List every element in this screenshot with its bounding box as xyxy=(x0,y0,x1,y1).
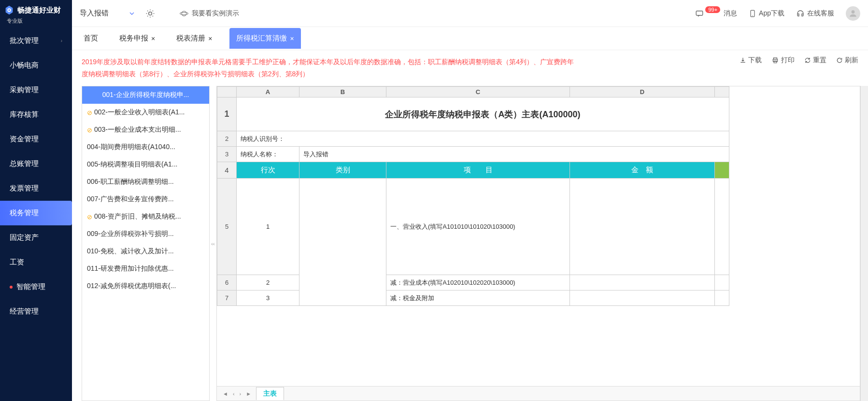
tab-tax-declare[interactable]: 税务申报× xyxy=(115,29,159,48)
sidebar-item-invoice[interactable]: 发票管理 xyxy=(0,176,72,201)
cell-extra-1[interactable] xyxy=(715,179,729,275)
download-button[interactable]: 下载 xyxy=(740,56,762,65)
cell-amount-3[interactable] xyxy=(570,290,715,306)
cell-rownum-3[interactable]: 3 xyxy=(237,290,299,306)
sheet-area: A B C D 1 企业所得税年度纳税申报表（A类）主表(A100000) xyxy=(216,86,860,401)
demo-link[interactable]: 我要看实例演示 xyxy=(179,9,239,18)
sidebar-item-intelligent[interactable]: 智能管理 xyxy=(0,275,72,299)
form-item-012[interactable]: 012-减免所得税优惠明细表(... xyxy=(82,277,209,295)
form-item-004[interactable]: 004-期间费用明细表(A1040... xyxy=(82,138,209,156)
sidebar-item-batch[interactable]: 批次管理› xyxy=(0,28,72,53)
message-button[interactable]: 99+ 消息 xyxy=(695,9,737,18)
sheet-nav-first[interactable]: ◄ xyxy=(221,390,230,398)
sidebar-item-funds[interactable]: 资金管理 xyxy=(0,127,72,152)
logo: 畅捷通好业财 xyxy=(0,0,72,17)
col-header-e[interactable] xyxy=(715,87,729,97)
row-header-6[interactable]: 6 xyxy=(217,275,237,290)
sheet[interactable]: A B C D 1 企业所得税年度纳税申报表（A类）主表(A100000) xyxy=(217,86,860,386)
download-icon xyxy=(740,57,746,64)
sidebar-item-purchase[interactable]: 采购管理 xyxy=(0,78,72,102)
cell-extra-3[interactable] xyxy=(715,290,729,306)
tabs: 首页 税务申报× 税表清册× 所得税汇算清缴× xyxy=(72,27,868,50)
refresh-button[interactable]: 刷新 xyxy=(836,56,858,65)
close-icon[interactable]: × xyxy=(151,35,155,42)
row-header-2[interactable]: 2 xyxy=(217,131,237,147)
tab-home[interactable]: 首页 xyxy=(80,29,102,48)
header-extra xyxy=(715,162,729,179)
row-header-3[interactable]: 3 xyxy=(217,147,237,162)
support-button[interactable]: 在线客服 xyxy=(796,9,834,18)
cell-rownum-2[interactable]: 2 xyxy=(237,275,299,290)
close-icon[interactable]: × xyxy=(290,35,294,42)
taxpayer-name-value[interactable]: 导入报错 xyxy=(299,147,729,162)
mobile-icon xyxy=(749,9,756,18)
cell-rownum-1[interactable]: 1 xyxy=(237,179,299,275)
sidebar-item-ledger[interactable]: 总账管理 xyxy=(0,152,72,176)
sidebar-item-inventory[interactable]: 库存核算 xyxy=(0,102,72,127)
form-item-003[interactable]: ⊘003-一般企业成本支出明细... xyxy=(82,121,209,138)
sheet-nav-last[interactable]: ► xyxy=(244,390,253,398)
form-item-006[interactable]: 006-职工薪酬纳税调整明细... xyxy=(82,173,209,191)
col-header-d[interactable]: D xyxy=(570,87,715,97)
form-item-008[interactable]: ⊘008-资产折旧、摊销及纳税... xyxy=(82,208,209,225)
gear-icon[interactable] xyxy=(145,9,155,18)
sidebar: 畅捷通好业财 专业版 批次管理› 小畅电商 采购管理 库存核算 资金管理 总账管… xyxy=(0,0,72,401)
sheet-title[interactable]: 企业所得税年度纳税申报表（A类）主表(A100000) xyxy=(237,97,729,131)
col-header-a[interactable]: A xyxy=(237,87,299,97)
sidebar-item-ecommerce[interactable]: 小畅电商 xyxy=(0,53,72,78)
close-icon[interactable]: × xyxy=(208,35,212,42)
reset-button[interactable]: 重置 xyxy=(804,56,826,65)
avatar[interactable] xyxy=(846,6,860,21)
sidebar-item-assets[interactable]: 固定资产 xyxy=(0,225,72,250)
sidebar-menu: 批次管理› 小畅电商 采购管理 库存核算 资金管理 总账管理 发票管理 税务管理… xyxy=(0,28,72,401)
svg-point-6 xyxy=(752,15,753,16)
warn-icon: ⊘ xyxy=(87,213,92,221)
row-header-1[interactable]: 1 xyxy=(217,97,237,131)
cell-category[interactable] xyxy=(299,179,386,306)
sheet-nav-prev[interactable]: ‹ xyxy=(231,390,237,398)
svg-point-3 xyxy=(180,12,188,14)
svg-point-2 xyxy=(182,11,186,16)
form-list[interactable]: 001-企业所得税年度纳税申... ⊘002-一般企业收入明细表(A1... ⊘… xyxy=(82,86,210,401)
collapse-handle[interactable]: ‹‹ xyxy=(210,86,216,401)
logo-icon xyxy=(4,5,14,15)
vertical-scrollbar[interactable] xyxy=(860,86,868,401)
header-category: 类别 xyxy=(299,162,386,179)
print-button[interactable]: 打印 xyxy=(771,56,795,65)
sidebar-item-tax[interactable]: 税务管理 xyxy=(0,201,72,225)
cell-item-1[interactable]: 一、营业收入(填写A101010\101020\103000) xyxy=(386,179,570,275)
form-item-002[interactable]: ⊘002-一般企业收入明细表(A1... xyxy=(82,104,209,121)
sheet-nav-next[interactable]: › xyxy=(238,390,243,398)
svg-rect-4 xyxy=(697,11,703,15)
cell-extra-2[interactable] xyxy=(715,275,729,290)
sidebar-item-business[interactable]: 经营管理 xyxy=(0,299,72,324)
col-header-b[interactable]: B xyxy=(299,87,386,97)
chevron-down-icon[interactable] xyxy=(128,10,136,17)
message-icon xyxy=(695,9,704,18)
form-item-009[interactable]: 009-企业所得税弥补亏损明... xyxy=(82,225,209,243)
form-item-011[interactable]: 011-研发费用加计扣除优惠... xyxy=(82,260,209,277)
row-header-4[interactable]: 4 xyxy=(217,162,237,179)
grid-corner[interactable] xyxy=(217,87,237,97)
sheet-tab-main[interactable]: 主表 xyxy=(256,387,284,400)
sidebar-item-salary[interactable]: 工资 xyxy=(0,250,72,275)
col-header-c[interactable]: C xyxy=(386,87,570,97)
form-item-005[interactable]: 005-纳税调整项目明细表(A1... xyxy=(82,156,209,173)
cell-item-2[interactable]: 减：营业成本(填写A102010\102020\103000) xyxy=(386,275,570,290)
row-header-5[interactable]: 5 xyxy=(217,179,237,275)
tab-tax-register[interactable]: 税表清册× xyxy=(172,29,216,48)
row-header-7[interactable]: 7 xyxy=(217,290,237,306)
app-download-button[interactable]: App下载 xyxy=(749,9,784,18)
form-item-010[interactable]: 010-免税、减计收入及加计... xyxy=(82,243,209,260)
taxpayer-id-cell[interactable]: 纳税人识别号： xyxy=(237,131,729,147)
taxpayer-name-label[interactable]: 纳税人名称： xyxy=(237,147,299,162)
print-icon xyxy=(771,57,779,64)
topbar: 导入报错 我要看实例演示 99+ 消息 App下载 xyxy=(72,0,868,27)
cell-item-3[interactable]: 减：税金及附加 xyxy=(386,290,570,306)
tab-income-tax[interactable]: 所得税汇算清缴× xyxy=(229,28,300,49)
cell-amount-2[interactable] xyxy=(570,275,715,290)
planet-icon xyxy=(179,9,189,18)
form-item-007[interactable]: 007-广告费和业务宣传费跨... xyxy=(82,191,209,208)
form-item-001[interactable]: 001-企业所得税年度纳税申... xyxy=(82,86,209,104)
cell-amount-1[interactable] xyxy=(570,179,715,275)
